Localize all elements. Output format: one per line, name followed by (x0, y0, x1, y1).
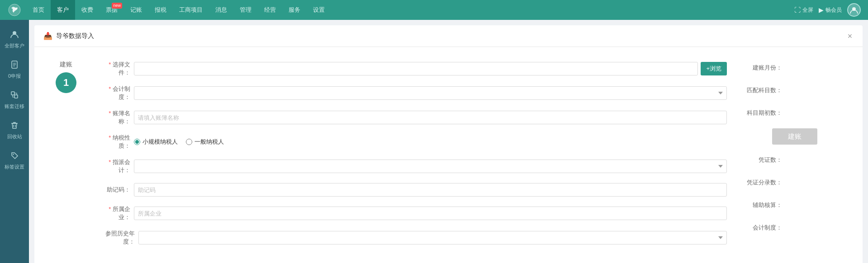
fullscreen-button[interactable]: ⛶ 全屏 (794, 6, 813, 14)
info-accounting-system-label: 会计制度： (745, 224, 786, 232)
file-input-group: +浏览 (134, 62, 727, 75)
assign-accountant-label: 指派会计： (98, 158, 134, 174)
panel-header: 📥 导爷数据导入 × (34, 25, 863, 47)
sidebar-item-tags[interactable]: 标签设置 (0, 145, 29, 175)
nav-item-services[interactable]: 服务 (282, 0, 307, 20)
company-input[interactable] (134, 207, 727, 220)
nav-item-bookkeeping[interactable]: 记账 (124, 0, 148, 20)
avatar[interactable] (847, 3, 861, 17)
nav-item-messages[interactable]: 消息 (209, 0, 233, 20)
play-icon: ▶ (819, 6, 824, 14)
nav-items: 首页 客户 收费 票据 new 记账 报税 工商项目 消息 管理 经营 服务 设… (26, 0, 331, 20)
panel: 📥 导爷数据导入 × 建账 1 选择文件： (34, 25, 863, 263)
assign-accountant-row: 指派会计： (98, 158, 727, 174)
file-input[interactable] (134, 62, 698, 75)
build-account-button[interactable]: 建账 (772, 128, 817, 145)
build-month-row: 建账月份： (745, 61, 844, 75)
file-label: 选择文件： (98, 61, 134, 77)
tax-type-radio-group: 小规模纳税人 一般纳税人 (134, 138, 727, 146)
form-columns: 选择文件： +浏览 会计制度： (98, 61, 844, 254)
sidebar-item-label: 账套迁移 (5, 103, 24, 110)
match-subjects-label: 匹配科目数： (745, 86, 786, 94)
svg-point-9 (13, 154, 14, 155)
voucher-entries-row: 凭证分录数： (745, 175, 844, 190)
nav-item-invoices[interactable]: 票据 new (100, 0, 124, 20)
form-left-col: 选择文件： +浏览 会计制度： (98, 61, 727, 254)
account-name-input[interactable] (134, 111, 727, 124)
assign-accountant-select[interactable] (134, 160, 727, 173)
form-area: 建账 1 选择文件： +浏览 (34, 47, 863, 263)
fullscreen-icon: ⛶ (794, 6, 801, 14)
account-name-row: 账簿名称： (98, 109, 727, 126)
nav-item-home[interactable]: 首页 (26, 0, 51, 20)
reference-year-row: 参照历史年度： (98, 230, 727, 246)
browse-button[interactable]: +浏览 (701, 62, 727, 75)
info-col: 建账月份： 匹配科目数： 科目期初数： 建 (745, 61, 844, 254)
accounting-system-select[interactable] (134, 86, 727, 100)
step-label: 建账 (60, 61, 72, 69)
sidebar-item-trash[interactable]: 回收站 (0, 114, 29, 145)
nav-item-tax[interactable]: 报税 (148, 0, 173, 20)
sidebar-item-label: 回收站 (7, 133, 22, 140)
auxiliary-label: 辅助核算： (745, 201, 786, 209)
declaration-icon (8, 58, 21, 71)
match-subjects-row: 匹配科目数： (745, 83, 844, 98)
new-badge: new (112, 3, 122, 9)
mnemonic-input[interactable] (134, 183, 727, 197)
company-label: 所属企业： (98, 205, 134, 221)
step-circle: 1 (56, 72, 76, 93)
accounting-system-row: 会计制度： (98, 85, 727, 101)
subject-opening-label: 科目期初数： (745, 109, 786, 117)
nav-item-business[interactable]: 工商项目 (173, 0, 209, 20)
panel-title: 导爷数据导入 (56, 32, 94, 40)
nav-item-clients[interactable]: 客户 (51, 0, 75, 20)
account-name-label: 账簿名称： (98, 109, 134, 126)
tax-type-label: 纳税性质： (98, 134, 134, 150)
voucher-entries-label: 凭证分录数： (745, 178, 786, 187)
nav-item-operations[interactable]: 经营 (258, 0, 282, 20)
sidebar-item-all-clients[interactable]: 全部客户 (0, 23, 29, 54)
migration-icon (8, 89, 21, 101)
sidebar: 全部客户 0申报 账套迁移 (0, 20, 29, 263)
membership-button[interactable]: ▶ 畅会员 (819, 6, 842, 14)
mnemonic-row: 助记码： (98, 183, 727, 197)
svg-rect-7 (11, 92, 14, 95)
main-content: 📥 导爷数据导入 × 建账 1 选择文件： (29, 20, 868, 263)
reference-year-select[interactable] (138, 231, 727, 244)
build-btn-row: 建账 (745, 128, 844, 145)
radio-general[interactable]: 一般纳税人 (186, 138, 224, 146)
radio-small-scale[interactable]: 小规模纳税人 (134, 138, 178, 146)
step-indicator: 建账 1 (34, 61, 98, 254)
radio-label-general: 一般纳税人 (194, 138, 224, 146)
tag-icon (8, 149, 21, 162)
info-accounting-system-row: 会计制度： (745, 221, 844, 235)
nav-item-fees[interactable]: 收费 (75, 0, 100, 20)
reference-year-label: 参照历史年度： (98, 230, 138, 246)
fullscreen-label: 全屏 (802, 6, 813, 14)
radio-label-small: 小规模纳税人 (142, 138, 178, 146)
trash-icon (8, 119, 21, 132)
membership-label: 畅会员 (825, 6, 842, 14)
mnemonic-label: 助记码： (98, 186, 134, 194)
logo[interactable] (5, 0, 24, 20)
sidebar-item-declaration[interactable]: 0申报 (0, 54, 29, 84)
sidebar-item-label: 全部客户 (5, 42, 24, 49)
layout: 全部客户 0申报 账套迁移 (0, 20, 868, 263)
subject-opening-row: 科目期初数： (745, 106, 844, 120)
nav-item-settings[interactable]: 设置 (307, 0, 331, 20)
company-row: 所属企业： (98, 205, 727, 221)
svg-rect-8 (14, 95, 18, 98)
top-navigation: 首页 客户 收费 票据 new 记账 报税 工商项目 消息 管理 经营 服务 设… (0, 0, 868, 20)
tax-type-row: 纳税性质： 小规模纳税人 一般纳税人 (98, 134, 727, 150)
nav-right: ⛶ 全屏 ▶ 畅会员 (794, 3, 868, 17)
accounting-system-label: 会计制度： (98, 85, 134, 101)
import-icon: 📥 (43, 32, 52, 40)
sidebar-item-label: 标签设置 (5, 164, 24, 170)
close-button[interactable]: × (844, 31, 855, 42)
voucher-count-row: 凭证数： (745, 153, 844, 167)
sidebar-item-migration[interactable]: 账套迁移 (0, 84, 29, 114)
voucher-count-label: 凭证数： (745, 156, 786, 164)
nav-item-management[interactable]: 管理 (233, 0, 258, 20)
build-month-label: 建账月份： (745, 64, 786, 72)
sidebar-item-label: 0申报 (8, 73, 21, 80)
